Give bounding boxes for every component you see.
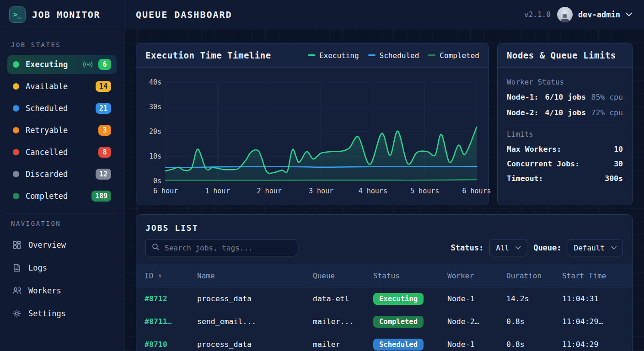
legend-swatch: [368, 54, 376, 56]
limit-value: 10: [614, 145, 623, 154]
node-cpu: 85% cpu: [591, 93, 623, 101]
legend-item-scheduled[interactable]: Scheduled: [368, 51, 419, 60]
sidebar-item-overview[interactable]: Overview: [7, 234, 117, 256]
chevron-down-icon: [515, 246, 521, 250]
job-id-link[interactable]: #8712: [145, 294, 197, 303]
limit-row: Concurrent Jobs: 30: [507, 160, 623, 168]
limit-row: Timeout: 300s: [507, 174, 623, 183]
app-title: JOB MONITOR: [32, 9, 100, 20]
select-value: Default: [574, 244, 605, 252]
svg-text:6 hours: 6 hours: [462, 187, 491, 195]
sidebar-item-available[interactable]: Available 14: [7, 77, 117, 96]
queue-filter-select[interactable]: Default: [568, 239, 623, 256]
status-badge: Completed: [373, 316, 424, 328]
chevron-down-icon: [626, 12, 632, 16]
limit-row: Max Workers: 10: [507, 145, 623, 154]
main-content: Execution Time Timeline Executing Schedu…: [124, 29, 644, 351]
live-signal-icon: [82, 61, 94, 68]
svg-text:40s: 40s: [149, 78, 161, 86]
sidebar-item-cancelled[interactable]: Cancelled 8: [7, 143, 117, 162]
state-count-badge: 12: [96, 169, 111, 180]
job-queue: mailer: [313, 340, 373, 349]
user-menu[interactable]: dev-admin: [557, 7, 632, 22]
search-box: [145, 239, 297, 256]
column-header-status[interactable]: Status: [373, 271, 447, 280]
worker-status-header: Worker Status: [507, 78, 623, 86]
sidebar-item-completed[interactable]: Completed 189: [7, 186, 117, 206]
job-start-time: 11:04:29…: [562, 317, 624, 326]
job-duration: 0.8s: [506, 340, 562, 349]
sidebar: JOB STATES Executing 6 Available 14: [0, 29, 124, 351]
user-name: dev-admin: [578, 10, 620, 19]
limits-header: Limits: [507, 130, 623, 138]
job-name: send_email...: [197, 317, 313, 326]
user-avatar[interactable]: [557, 7, 573, 22]
status-filter-select[interactable]: All: [489, 239, 527, 256]
search-icon: [152, 243, 160, 253]
legend-item-completed[interactable]: Completed: [428, 51, 479, 60]
job-id-link[interactable]: #8710: [145, 340, 197, 349]
node-name: Node-1:: [507, 93, 539, 101]
table-header: ID ↑ Name Queue Status Worker Duration S…: [136, 264, 632, 287]
app-logo: >_ JOB MONITOR: [0, 0, 124, 29]
job-name: process_data: [197, 340, 313, 349]
column-header-worker[interactable]: Worker: [447, 271, 506, 280]
legend-item-executing[interactable]: Executing: [308, 51, 359, 60]
state-dot: [13, 105, 19, 112]
node-name: Node-2:: [507, 108, 539, 117]
sidebar-item-retryable[interactable]: Retryable 3: [7, 121, 117, 140]
sidebar-item-executing[interactable]: Executing 6: [7, 55, 117, 74]
column-header-start-time[interactable]: Start Time: [562, 271, 624, 280]
state-dot: [13, 149, 19, 155]
sidebar-item-workers[interactable]: Workers: [7, 279, 117, 302]
sidebar-item-settings[interactable]: Settings: [7, 302, 117, 325]
sidebar-item-scheduled[interactable]: Scheduled 21: [7, 99, 117, 118]
document-icon: [12, 263, 22, 272]
limit-value: 300s: [605, 174, 623, 183]
timeline-chart: 0s10s20s30s40s6 hour1 hour2 hour3 hour4 …: [145, 75, 479, 197]
column-header-name[interactable]: Name: [197, 271, 313, 280]
sidebar-item-discarded[interactable]: Discarded 12: [7, 165, 117, 184]
table-row[interactable]: #8710 process_data mailer Scheduled Node…: [136, 333, 632, 351]
sidebar-item-logs[interactable]: Logs: [7, 256, 117, 279]
state-dot: [13, 83, 19, 90]
nodes-card: Nodes & Queue Limits Worker Status Node-…: [497, 43, 633, 205]
column-header-queue[interactable]: Queue: [313, 271, 373, 280]
job-queue: mailer...: [313, 317, 373, 326]
terminal-icon: >_: [9, 6, 26, 23]
job-start-time: 11:04:29: [562, 340, 624, 349]
table-row[interactable]: #8712 process_data data-etl Executing No…: [136, 287, 632, 310]
job-start-time: 11:04:31: [562, 294, 624, 303]
svg-text:3 hour: 3 hour: [309, 187, 333, 195]
limit-value: 30: [614, 160, 623, 168]
svg-text:10s: 10s: [149, 152, 161, 160]
grid-icon: [12, 240, 22, 250]
job-name: process_data: [197, 294, 313, 303]
page-title: QUEUE DASHBOARD: [136, 9, 232, 20]
search-input[interactable]: [165, 244, 291, 252]
limit-label: Timeout:: [507, 174, 543, 183]
legend-swatch: [308, 54, 315, 56]
table-row[interactable]: #8711… send_email... mailer... Completed…: [136, 310, 632, 333]
node-jobs: 6/10 jobs: [545, 93, 586, 101]
chevron-down-icon: [611, 246, 617, 250]
timeline-legend: Executing Scheduled Completed: [308, 51, 479, 60]
job-worker: Node-1: [447, 340, 506, 349]
state-dot: [13, 61, 19, 68]
status-filter-label: Status:: [451, 243, 484, 252]
legend-swatch: [428, 54, 435, 56]
svg-text:2 hour: 2 hour: [257, 187, 282, 195]
column-header-duration[interactable]: Duration: [506, 271, 562, 280]
job-states-header: JOB STATES: [11, 41, 113, 48]
timeline-title: Execution Time Timeline: [145, 50, 271, 60]
column-header-id[interactable]: ID ↑: [145, 271, 197, 280]
svg-text:1 hour: 1 hour: [205, 187, 230, 195]
job-id-link[interactable]: #8711…: [145, 317, 197, 326]
svg-text:20s: 20s: [149, 128, 161, 136]
status-badge: Scheduled: [373, 339, 424, 351]
top-bar: >_ JOB MONITOR QUEUE DASHBOARD v2.1.0 de…: [0, 0, 644, 29]
sidebar-divider: [6, 213, 118, 213]
state-count-badge: 189: [91, 191, 111, 202]
navigation-header: NAVIGATION: [11, 220, 113, 227]
node-row: Node-1: 6/10 jobs 85% cpu: [507, 93, 623, 101]
